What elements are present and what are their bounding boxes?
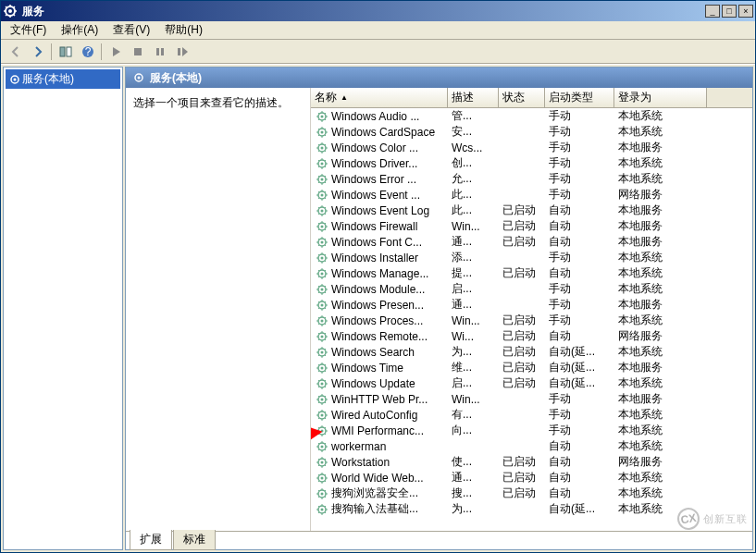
- menu-file[interactable]: 文件(F): [3, 20, 54, 40]
- service-name: 搜狗输入法基础...: [331, 501, 418, 517]
- service-row[interactable]: Windows Update启...已启动自动(延...本地系统: [311, 375, 752, 391]
- svg-point-37: [321, 288, 324, 290]
- minimize-button[interactable]: _: [705, 5, 720, 18]
- service-name: Windows Installer: [331, 252, 418, 264]
- service-row[interactable]: Windows FirewallWin...已启动自动本地服务: [311, 218, 752, 234]
- service-row[interactable]: Windows Installer添...手动本地系统: [311, 250, 752, 265]
- service-row[interactable]: Windows Presen...通...手动本地服务: [311, 297, 752, 313]
- service-desc: 为...: [448, 501, 499, 517]
- column-state[interactable]: 状态: [499, 88, 545, 107]
- svg-point-13: [138, 77, 141, 80]
- service-logon: 网络服务: [614, 328, 707, 344]
- maximize-button[interactable]: □: [722, 5, 737, 18]
- service-row[interactable]: Windows Proces...Win...已启动手动本地系统: [311, 313, 752, 328]
- service-start: 手动: [545, 297, 614, 313]
- menu-action[interactable]: 操作(A): [54, 20, 105, 40]
- service-row[interactable]: Wired AutoConfig有...手动本地系统: [311, 407, 752, 423]
- gear-icon: [315, 455, 329, 470]
- watermark: CX 创新互联: [677, 508, 748, 530]
- service-logon: 本地系统: [614, 438, 707, 454]
- service-row[interactable]: WinHTTP Web Pr...Win...手动本地服务: [311, 391, 752, 407]
- service-start: 手动: [545, 155, 614, 171]
- service-row[interactable]: 搜狗浏览器安全...搜...已启动自动本地系统: [311, 485, 752, 501]
- tab-standard[interactable]: 标准: [173, 530, 216, 550]
- services-list[interactable]: 名称▲ 描述 状态 启动类型 登录为 Windows Audio ...管...…: [311, 88, 752, 531]
- svg-rect-9: [178, 48, 180, 55]
- service-row[interactable]: Windows Module...启...手动本地系统: [311, 281, 752, 297]
- gear-icon: [131, 70, 146, 85]
- service-start: 手动: [545, 108, 614, 124]
- gear-icon: [315, 439, 329, 454]
- service-desc: 通...: [448, 234, 499, 250]
- service-row[interactable]: Windows Manage...提...已启动自动本地系统: [311, 265, 752, 281]
- service-row[interactable]: workerman自动本地系统: [311, 438, 752, 454]
- service-desc: Wcs...: [448, 141, 499, 154]
- service-row[interactable]: Windows Search为...已启动自动(延...本地系统: [311, 344, 752, 360]
- close-button[interactable]: ×: [738, 5, 753, 18]
- menu-help[interactable]: 帮助(H): [157, 20, 210, 40]
- service-state: 已启动: [499, 360, 545, 375]
- help-button[interactable]: ?: [77, 42, 98, 62]
- start-service-button[interactable]: [105, 42, 126, 62]
- service-row[interactable]: Windows CardSpace安...手动本地系统: [311, 124, 752, 140]
- service-row[interactable]: Windows Color ...Wcs...手动本地服务: [311, 140, 752, 155]
- svg-point-45: [321, 350, 324, 353]
- service-start: 手动: [545, 423, 614, 438]
- titlebar: 服务 _ □ ×: [1, 1, 755, 21]
- show-hide-tree-button[interactable]: [55, 42, 76, 62]
- gear-icon: [315, 219, 329, 234]
- service-name: Windows Manage...: [331, 267, 428, 280]
- forward-button[interactable]: [27, 42, 48, 62]
- service-logon: 本地系统: [614, 313, 707, 328]
- service-row[interactable]: WMI Performanc...向...手动本地系统: [311, 423, 752, 438]
- gear-icon: [315, 298, 329, 313]
- svg-rect-8: [161, 48, 164, 55]
- service-desc: 添...: [448, 250, 499, 265]
- pause-service-button[interactable]: [149, 42, 170, 62]
- column-start-type[interactable]: 启动类型: [545, 88, 614, 107]
- service-name: Windows Proces...: [331, 314, 423, 327]
- service-desc: 管...: [448, 108, 499, 124]
- service-desc: Win...: [448, 314, 499, 327]
- service-logon: 本地服务: [614, 203, 707, 218]
- service-start: 自动: [545, 470, 614, 485]
- service-logon: 本地服务: [614, 297, 707, 313]
- service-row[interactable]: Windows Driver...创...手动本地系统: [311, 155, 752, 171]
- service-row[interactable]: Windows Font C...通...已启动自动本地服务: [311, 234, 752, 250]
- menu-view[interactable]: 查看(V): [105, 20, 157, 40]
- column-name[interactable]: 名称▲: [311, 88, 448, 107]
- toolbar-separator: [51, 43, 52, 60]
- svg-point-1: [8, 9, 12, 13]
- service-desc: 为...: [448, 344, 499, 360]
- service-row[interactable]: Windows Error ...允...手动本地系统: [311, 171, 752, 187]
- service-row[interactable]: Windows Remote...Wi...已启动自动网络服务: [311, 328, 752, 344]
- tab-extended[interactable]: 扩展: [130, 530, 172, 550]
- back-button[interactable]: [5, 42, 26, 62]
- service-row[interactable]: World Wide Web...通...已启动自动本地系统: [311, 470, 752, 485]
- service-row[interactable]: Windows Time维...已启动自动(延...本地服务: [311, 360, 752, 375]
- tree-pane[interactable]: 服务(本地): [3, 67, 123, 550]
- svg-point-31: [321, 240, 324, 243]
- column-description[interactable]: 描述: [448, 88, 499, 107]
- stop-service-button[interactable]: [127, 42, 148, 62]
- service-logon: 网络服务: [614, 187, 707, 203]
- service-start: 自动: [545, 438, 614, 454]
- service-row[interactable]: Workstation使...已启动自动网络服务: [311, 454, 752, 470]
- column-logon-as[interactable]: 登录为: [614, 88, 707, 107]
- service-row[interactable]: Windows Event ...此...手动网络服务: [311, 187, 752, 203]
- service-start: 自动: [545, 328, 614, 344]
- watermark-text: 创新互联: [703, 512, 748, 526]
- gear-icon: [315, 282, 329, 297]
- restart-service-button[interactable]: [171, 42, 192, 62]
- svg-point-57: [321, 445, 324, 448]
- gear-icon: [315, 141, 329, 155]
- service-name: Windows Update: [331, 377, 415, 390]
- service-row[interactable]: Windows Audio ...管...手动本地系统: [311, 108, 752, 124]
- service-desc: 通...: [448, 297, 499, 313]
- tree-item-services-local[interactable]: 服务(本地): [6, 69, 120, 89]
- service-state: 已启动: [499, 344, 545, 360]
- list-rows[interactable]: Windows Audio ...管...手动本地系统Windows CardS…: [311, 108, 752, 531]
- svg-point-51: [321, 398, 324, 400]
- service-start: 手动: [545, 407, 614, 423]
- service-row[interactable]: Windows Event Log此...已启动自动本地服务: [311, 203, 752, 218]
